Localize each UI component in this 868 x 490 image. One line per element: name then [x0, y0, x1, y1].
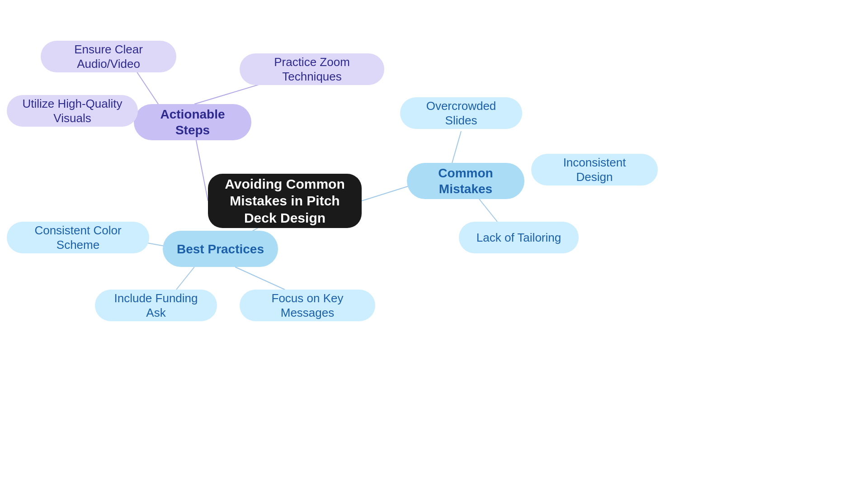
practice-zoom-node: Practice Zoom Techniques [240, 53, 384, 85]
svg-line-11 [235, 267, 285, 290]
ensure-audio-node: Ensure Clear Audio/Video [41, 41, 176, 72]
center-node: Avoiding Common Mistakes in Pitch Deck D… [208, 174, 362, 228]
include-funding-node: Include Funding Ask [95, 290, 217, 321]
lack-tailoring-node: Lack of Tailoring [459, 222, 579, 253]
utilize-visuals-node: Utilize High-Quality Visuals [7, 95, 138, 127]
best-practices-node: Best Practices [163, 231, 278, 267]
svg-line-5 [452, 131, 461, 163]
svg-line-10 [176, 267, 194, 290]
focus-key-messages-node: Focus on Key Messages [240, 290, 375, 321]
inconsistent-design-node: Inconsistent Design [531, 154, 658, 186]
actionable-steps-node: Actionable Steps [134, 104, 251, 140]
common-mistakes-node: Common Mistakes [407, 163, 524, 199]
overcrowded-slides-node: Overcrowded Slides [400, 97, 522, 129]
consistent-color-node: Consistent Color Scheme [7, 222, 149, 253]
svg-line-7 [479, 199, 497, 222]
